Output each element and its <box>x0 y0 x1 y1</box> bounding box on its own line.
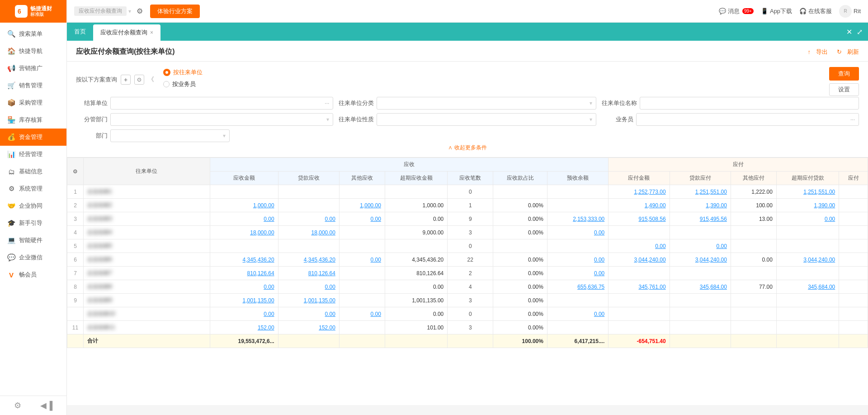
cell-ar-amount[interactable]: 18,000.00 <box>210 226 278 239</box>
trial-btn[interactable]: 体验行业方案 <box>150 5 200 18</box>
cell-ar-amount[interactable]: 4,345,436.20 <box>210 253 278 267</box>
service-action[interactable]: 🎧 在线客服 <box>799 7 832 15</box>
cell-ar-other <box>339 185 385 199</box>
cell-ap-loan[interactable]: 0.00 <box>670 239 731 253</box>
collapse-sidebar-icon[interactable]: ◀▐ <box>40 401 52 410</box>
cell-ar-loan[interactable]: 0.00 <box>278 280 339 294</box>
cell-ar-prepay[interactable]: 0.00 <box>547 226 608 239</box>
cell-ar-amount[interactable]: 1,000.00 <box>210 199 278 212</box>
refresh-btn[interactable]: 刷新 <box>847 48 859 56</box>
cell-ar-amount[interactable]: 1,001,135.00 <box>210 294 278 307</box>
table-scroll[interactable]: ⚙ 往来单位 应收 应付 应收金额 贷款应收 其他应收 超期应收金额 应收笔数 <box>67 157 868 405</box>
collapse-more-btn[interactable]: ∧ 收起更多条件 <box>76 144 859 152</box>
filter-add-btn[interactable]: + <box>121 75 131 85</box>
sidebar-item-corp[interactable]: 🤝 企业协同 <box>0 197 66 215</box>
sidebar-item-system[interactable]: ⚙ 系统管理 <box>0 180 66 197</box>
scheme-by-partner[interactable]: 按往来单位 <box>160 67 206 78</box>
cell-ar-loan[interactable]: 18,000.00 <box>278 226 339 239</box>
cell-ar-loan[interactable]: 152.00 <box>278 321 339 334</box>
partner-name-input[interactable] <box>640 97 859 110</box>
partner-nature-select[interactable]: ▾ <box>377 113 596 126</box>
cell-ap-amount[interactable]: 345,761.00 <box>609 280 670 294</box>
scheme-by-sales[interactable]: 按业务员 <box>160 79 206 90</box>
sidebar-item-search[interactable]: 🔍 搜索菜单 <box>0 25 66 43</box>
cell-ar-other[interactable]: 1,000.00 <box>339 199 385 212</box>
cell-ar-other[interactable]: 0.00 <box>339 307 385 321</box>
sidebar-label-finance: 资金管理 <box>19 133 42 141</box>
cell-ap-loan[interactable]: 1,390.00 <box>670 199 731 212</box>
cell-ar-amount[interactable]: 152.00 <box>210 321 278 334</box>
sidebar-item-operation[interactable]: 📊 经营管理 <box>0 146 66 163</box>
dept-select[interactable]: ▾ <box>110 113 333 126</box>
settlement-input[interactable]: ··· <box>110 97 333 110</box>
settings-footer-icon[interactable]: ⚙ <box>14 401 21 410</box>
cell-ap-amount[interactable]: 1,490.00 <box>609 199 670 212</box>
app-download-action[interactable]: 📱 App下载 <box>761 7 792 15</box>
topbar-gear-icon[interactable]: ⚙ <box>137 7 143 15</box>
refresh-icon: ↻ <box>837 48 842 55</box>
sidebar-item-marketing[interactable]: 📢 营销推广 <box>0 60 66 77</box>
cell-ar-overdue: 0.00 <box>385 307 447 321</box>
query-btn[interactable]: 查询 <box>829 67 859 81</box>
cell-ar-amount[interactable]: 0.00 <box>210 280 278 294</box>
th-ap-loan: 贷款应付 <box>670 172 731 185</box>
cell-ap-overdue[interactable]: 3,044,240.00 <box>776 253 839 267</box>
user-action[interactable]: R Rit <box>839 5 861 18</box>
cell-ar-amount[interactable]: 810,126.64 <box>210 267 278 280</box>
cell-ap-amount[interactable]: 1,252,773.00 <box>609 185 670 199</box>
cell-ar-loan[interactable]: 4,345,436.20 <box>278 253 339 267</box>
export-btn[interactable]: 导出 <box>816 48 828 56</box>
th-settings[interactable]: ⚙ <box>67 158 84 185</box>
sidebar-item-finance[interactable]: 💰 资金管理 <box>0 129 66 146</box>
sidebar-item-quick[interactable]: 🏠 快捷导航 <box>0 43 66 60</box>
cell-ar-prepay[interactable]: 2,153,333.00 <box>547 212 608 226</box>
cell-ar-other[interactable]: 0.00 <box>339 253 385 267</box>
cell-ap-overdue[interactable]: 345,684.00 <box>776 280 839 294</box>
sidebar-item-wechat[interactable]: 💬 企业微信 <box>0 249 66 266</box>
cell-ap-loan[interactable]: 915,495.56 <box>670 212 731 226</box>
sidebar-item-purchase[interactable]: 📦 采购管理 <box>0 94 66 111</box>
cell-ap-amount[interactable]: 0.00 <box>609 239 670 253</box>
cell-ar-amount[interactable]: 0.00 <box>210 307 278 321</box>
total-ar-prepay[interactable]: 6,417,215.... <box>547 334 608 348</box>
cell-ap-overdue[interactable]: 1,390.00 <box>776 199 839 212</box>
total-ar-other <box>339 334 385 348</box>
sidebar-item-inventory[interactable]: 🏪 库存核算 <box>0 111 66 129</box>
cell-ar-other[interactable]: 0.00 <box>339 212 385 226</box>
sidebar-item-sales[interactable]: 🛒 销售管理 <box>0 77 66 94</box>
salesperson-input[interactable]: ··· <box>636 113 859 126</box>
cell-ar-loan[interactable]: 0.00 <box>278 307 339 321</box>
sidebar-item-vip[interactable]: V 畅会员 <box>0 266 66 283</box>
cell-ar-loan[interactable]: 810,126.64 <box>278 267 339 280</box>
cell-ar-prepay[interactable]: 0.00 <box>547 267 608 280</box>
cell-ap-amount[interactable]: 3,044,240.00 <box>609 253 670 267</box>
cell-ar-loan[interactable]: 0.00 <box>278 212 339 226</box>
cell-ap-overdue[interactable]: 0.00 <box>776 212 839 226</box>
setting-btn[interactable]: 设置 <box>829 83 859 96</box>
section-select[interactable]: ▾ <box>110 129 230 142</box>
filter-scheme-btn[interactable]: ⊙ <box>134 75 144 85</box>
sidebar-item-guide[interactable]: 🎓 新手引导 <box>0 215 66 232</box>
cell-ap-overdue[interactable]: 1,251,551.00 <box>776 185 839 199</box>
cell-ap-loan[interactable]: 1,251,551.00 <box>670 185 731 199</box>
tab-expand-icon[interactable]: ⤢ <box>857 28 863 36</box>
cell-ap-amount[interactable]: 915,508.56 <box>609 212 670 226</box>
total-ar-amount[interactable]: 19,553,472,6... <box>210 334 278 348</box>
cell-ar-prepay[interactable]: 0.00 <box>547 307 608 321</box>
th-ar-other: 其他应收 <box>339 172 385 185</box>
message-action[interactable]: 💬 消息 99+ <box>719 7 754 15</box>
tab-close-icon[interactable]: × <box>150 29 153 36</box>
cell-ar-amount[interactable]: 0.00 <box>210 212 278 226</box>
tab-home[interactable]: 首页 <box>67 23 93 41</box>
filter-collapse-toggle[interactable]: 《 <box>148 76 154 84</box>
partner-category-select[interactable]: ▾ <box>377 97 596 110</box>
tab-close-all-icon[interactable]: ✕ <box>846 28 852 36</box>
sidebar-item-hardware[interactable]: 💻 智能硬件 <box>0 232 66 249</box>
sidebar-item-basic[interactable]: 🗂 基础信息 <box>0 163 66 180</box>
tab-ar-query[interactable]: 应收应付余额查询 × <box>93 24 160 41</box>
cell-ap-loan[interactable]: 345,684.00 <box>670 280 731 294</box>
cell-ap-loan[interactable]: 3,044,240.00 <box>670 253 731 267</box>
cell-ar-loan[interactable]: 1,001,135.00 <box>278 294 339 307</box>
cell-ar-prepay[interactable]: 0.00 <box>547 253 608 267</box>
cell-ar-prepay[interactable]: 655,636.75 <box>547 280 608 294</box>
